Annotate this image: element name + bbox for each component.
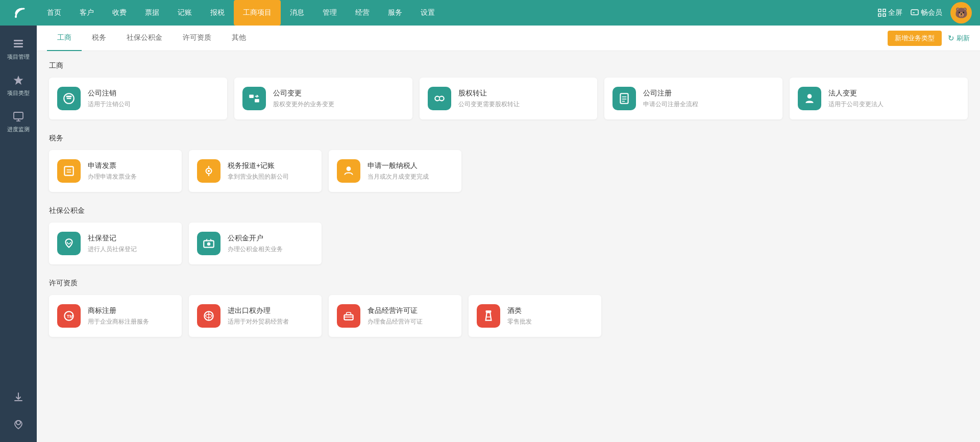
card-title: 商标注册 [88,306,149,315]
nav-item-服务[interactable]: 服务 [379,0,411,26]
nav-item-工商项目[interactable]: 工商项目 [234,0,281,26]
nav-item-记账[interactable]: 记账 [168,0,201,26]
card-title: 公积金开户 [228,234,283,243]
register-icon [612,87,636,110]
fullscreen-button[interactable]: 全屏 [878,8,902,17]
card-酒类[interactable]: 酒类零售批发 [469,295,601,337]
sidebar-item-progress-monitor[interactable]: 进度监测 [0,103,37,139]
star-icon [11,73,26,87]
card-desc: 办理公积金相关业务 [228,245,283,254]
svg-rect-5 [911,10,918,15]
card-title: 公司注销 [88,89,131,98]
refresh-button[interactable]: ↻ 刷新 [948,34,970,43]
add-type-button[interactable]: 新增业务类型 [888,31,942,46]
card-desc: 股权变更外的业务变更 [273,100,334,109]
card-法人变更[interactable]: 法人变更适用于公司变更法人 [790,78,968,119]
alcohol-icon [477,304,500,328]
tab-工商[interactable]: 工商 [47,26,82,51]
tab-actions: 新增业务类型 ↻ 刷新 [888,31,970,46]
nav-item-经营[interactable]: 经营 [346,0,379,26]
tab-税务[interactable]: 税务 [82,26,116,51]
invoice-icon [57,159,81,183]
equity-icon [428,87,451,110]
cards-grid: 公司注销适用于注销公司公司变更股权变更外的业务变更股权转让公司变更需要股权转让公… [49,78,968,119]
card-申请一般纳税人[interactable]: 申请一般纳税人当月或次月成变更完成 [329,150,461,192]
card-desc: 进行人员社保登记 [88,245,137,254]
fund-icon [197,232,220,255]
nav-item-收费[interactable]: 收费 [103,0,136,26]
card-desc: 零售批发 [507,317,532,326]
card-title: 社保登记 [88,234,137,243]
card-title: 进出口权办理 [228,306,289,315]
card-商标注册[interactable]: TM商标注册用于企业商标注册服务 [49,295,182,337]
card-title: 股权转让 [458,89,520,98]
card-desc: 适用于对外贸易经营者 [228,317,289,326]
social-icon [57,232,81,255]
refresh-icon: ↻ [948,34,954,43]
scroll-content[interactable]: 工商公司注销适用于注销公司公司变更股权变更外的业务变更股权转让公司变更需要股权转… [37,51,980,442]
top-navigation: 首页客户收费票据记账报税工商项目消息管理经营服务设置 全屏 畅会员 🐻 [0,0,980,26]
section-title: 许可资质 [49,279,968,288]
card-进出口权办理[interactable]: 进出口权办理适用于对外贸易经营者 [189,295,322,337]
svg-rect-1 [878,9,881,12]
change-icon [242,87,266,110]
nav-item-报税[interactable]: 报税 [201,0,234,26]
sidebar-item-project-type[interactable]: 项目类型 [0,67,37,103]
tab-许可资质[interactable]: 许可资质 [173,26,222,51]
card-desc: 办理食品经营许可证 [368,317,423,326]
nav-right: 全屏 畅会员 🐻 [878,2,972,23]
cards-grid: 申请发票办理申请发票业务税务报道+记账拿到营业执照的新公司申请一般纳税人当月或次… [49,150,968,192]
svg-rect-3 [878,14,881,16]
svg-rect-11 [14,112,23,119]
location-icon [11,416,26,431]
card-title: 公司变更 [273,89,334,98]
member-button[interactable]: 畅会员 [911,8,942,17]
section-许可资质: 许可资质TM商标注册用于企业商标注册服务进出口权办理适用于对外贸易经营者食品经营… [49,279,968,337]
nav-item-设置[interactable]: 设置 [411,0,444,26]
section-社保公积金: 社保公积金社保登记进行人员社保登记公积金开户办理公积金相关业务 [49,206,968,264]
tab-其他[interactable]: 其他 [222,26,256,51]
nav-item-客户[interactable]: 客户 [70,0,103,26]
sidebar-item-location[interactable] [0,410,37,437]
card-食品经营许可证[interactable]: 食品经营许可证办理食品经营许可证 [329,295,461,337]
nav-item-消息[interactable]: 消息 [281,0,313,26]
nav-item-首页[interactable]: 首页 [38,0,70,26]
svg-text:TM: TM [67,314,74,319]
svg-rect-19 [249,94,254,98]
card-desc: 适用于公司变更法人 [828,100,884,109]
sidebar-item-project-management[interactable]: 项目管理 [0,31,37,67]
card-申请发票[interactable]: 申请发票办理申请发票业务 [49,150,182,192]
svg-rect-18 [66,96,72,97]
nav-item-票据[interactable]: 票据 [136,0,168,26]
card-公积金开户[interactable]: 公积金开户办理公积金相关业务 [189,223,322,264]
app-logo [8,1,32,24]
card-税务报道+记账[interactable]: 税务报道+记账拿到营业执照的新公司 [189,150,322,192]
svg-rect-8 [14,43,23,44]
svg-point-33 [208,170,210,172]
tab-社保公积金[interactable]: 社保公积金 [116,26,173,51]
card-公司变更[interactable]: 公司变更股权变更外的业务变更 [234,78,412,119]
svg-rect-14 [14,400,22,401]
svg-point-0 [15,16,17,18]
importexport-icon [197,304,220,328]
card-desc: 用于企业商标注册服务 [88,317,149,326]
section-title: 工商 [49,61,968,70]
nav-item-管理[interactable]: 管理 [313,0,346,26]
card-股权转让[interactable]: 股权转让公司变更需要股权转让 [420,78,598,119]
svg-marker-10 [14,76,23,85]
svg-point-36 [347,166,351,171]
legal-icon [798,87,821,110]
svg-rect-29 [64,166,73,175]
sidebar-item-download[interactable] [0,384,37,410]
download-icon [11,390,26,404]
card-社保登记[interactable]: 社保登记进行人员社保登记 [49,223,182,264]
section-工商: 工商公司注销适用于注销公司公司变更股权变更外的业务变更股权转让公司变更需要股权转… [49,61,968,119]
card-title: 食品经营许可证 [368,306,423,315]
tab-bar: 工商税务社保公积金许可资质其他 新增业务类型 ↻ 刷新 [37,26,980,51]
section-title: 税务 [49,134,968,143]
svg-rect-9 [14,46,23,47]
card-desc: 拿到营业执照的新公司 [228,173,289,181]
card-公司注销[interactable]: 公司注销适用于注销公司 [49,78,227,119]
card-公司注册[interactable]: 公司注册申请公司注册全流程 [604,78,782,119]
svg-point-38 [207,242,211,246]
